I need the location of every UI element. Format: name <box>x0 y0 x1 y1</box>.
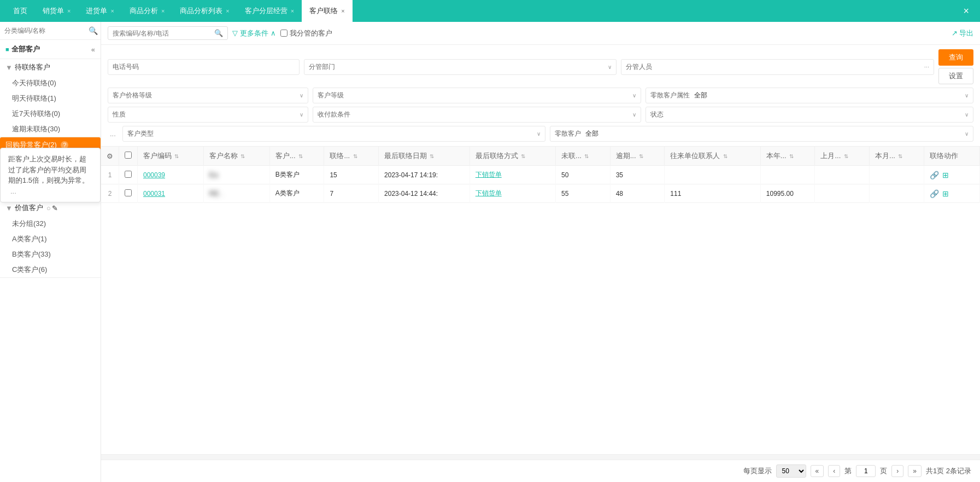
sidebar-item-unclassified[interactable]: 未分组(32) <box>0 216 101 231</box>
filter-manager[interactable]: 分管人员 ··· <box>621 59 934 75</box>
sidebar-search-input[interactable] <box>4 27 86 34</box>
col-last-date[interactable]: 最后联络日期 ⇅ <box>379 147 470 166</box>
row-last-month-1 <box>815 166 870 184</box>
sidebar-item-a-class[interactable]: A类客户(1) <box>0 231 101 247</box>
nav-sales-close[interactable]: × <box>67 8 71 14</box>
ctype-down-icon: ∨ <box>537 131 541 137</box>
unc-sort-icon: ⇅ <box>584 153 589 159</box>
row-last-method-2[interactable]: 下销货单 <box>470 184 555 203</box>
sidebar-value-edit-icon[interactable]: ○ <box>46 204 51 212</box>
per-page-select[interactable]: 50 100 200 <box>776 464 806 478</box>
filter-gender[interactable]: 性质 ∨ <box>108 107 308 123</box>
filter-retail-attr[interactable]: 零散客户属性 全部 ∨ <box>645 88 973 103</box>
last-page-btn[interactable]: » <box>908 465 922 477</box>
row-index-2: 2 <box>101 184 119 203</box>
row-category-1: B类客户 <box>269 166 324 184</box>
sidebar-collapse-icon[interactable]: « <box>91 45 95 54</box>
col-contacts[interactable]: 往来单位联系人 ⇅ <box>665 147 760 166</box>
filter-row-1: 电话号码 分管部门 ∨ 分管人员 ··· 查询 设置 <box>108 49 973 84</box>
more-conditions-btn[interactable]: ▽ 更多条件 ∧ <box>232 28 276 38</box>
contact-sort-icon: ⇅ <box>353 153 357 159</box>
action-btn-group: 查询 设置 <box>938 49 973 84</box>
filter-payment[interactable]: 收付款条件 ∨ <box>313 107 641 123</box>
payment-down-icon: ∨ <box>632 112 636 118</box>
nav-purchase-close[interactable]: × <box>110 8 114 14</box>
manager-more-icon[interactable]: ··· <box>924 63 929 70</box>
filter-retail-customer[interactable]: 零散客户 全部 ∨ <box>550 126 973 142</box>
sidebar-item-today[interactable]: 今天待联络(0) <box>0 76 101 91</box>
row-last-method-1[interactable]: 下销货单 <box>470 166 555 184</box>
col-last-method[interactable]: 最后联络方式 ⇅ <box>470 147 555 166</box>
row-name-2: RE . <box>203 184 269 203</box>
sidebar-pending-title[interactable]: ▼ 待联络客户 <box>0 59 101 76</box>
export-icon: ↗ <box>952 29 958 37</box>
nav-home[interactable]: 首页 <box>5 0 35 22</box>
filter-customer-level[interactable]: 客户等级 ∨ <box>313 88 641 103</box>
filter-department[interactable]: 分管部门 ∨ <box>304 59 617 75</box>
col-last-month[interactable]: 上月... ⇅ <box>815 147 870 166</box>
row-last-month-2 <box>815 184 870 203</box>
action-link-icon-2[interactable]: 🔗 <box>930 189 939 198</box>
col-category[interactable]: 客户... ⇅ <box>269 147 324 166</box>
next-page-btn[interactable]: › <box>891 465 903 477</box>
sidebar-item-overdue[interactable]: 逾期未联络(30) <box>0 121 101 137</box>
sidebar-item-7days[interactable]: 近7天待联络(0) <box>0 106 101 121</box>
table-row: 2 000031 RE . A类客户 7 2023-04-12 14:44: 下… <box>101 184 980 203</box>
query-btn[interactable]: 查询 <box>938 49 973 66</box>
row-code-2[interactable]: 000031 <box>138 184 204 203</box>
nav-sales[interactable]: 销货单 × <box>35 0 78 22</box>
date-sort-icon: ⇅ <box>430 153 434 159</box>
sidebar-value-edit2-icon[interactable]: ✎ <box>52 204 58 212</box>
col-name[interactable]: 客户名称 ⇅ <box>203 147 269 166</box>
action-grid-icon-1[interactable]: ⊞ <box>942 171 949 179</box>
row-checkbox-2[interactable] <box>125 189 132 196</box>
col-this-month[interactable]: 本月... ⇅ <box>870 147 924 166</box>
sidebar-search-container: 🔍 <box>0 22 101 40</box>
settings-btn[interactable]: 设置 <box>938 68 973 84</box>
nav-customer-contact[interactable]: 客户联络 × <box>302 0 352 22</box>
col-code[interactable]: 客户编码 ⇅ <box>138 147 204 166</box>
sidebar-item-b-class[interactable]: B类客户(33) <box>0 247 101 262</box>
filter-price-level[interactable]: 客户价格等级 ∨ <box>108 88 308 103</box>
nav-analysis-close[interactable]: × <box>161 8 165 14</box>
nav-customer-contact-close[interactable]: × <box>341 8 344 14</box>
nav-customer-tier-close[interactable]: × <box>291 8 294 14</box>
row-code-1[interactable]: 000039 <box>138 166 204 184</box>
col-this-year[interactable]: 本年... ⇅ <box>760 147 815 166</box>
nav-analysis[interactable]: 商品分析 × <box>122 0 172 22</box>
filter-area: 电话号码 分管部门 ∨ 分管人员 ··· 查询 设置 <box>101 45 980 147</box>
more-btn[interactable]: ... <box>108 130 118 138</box>
horizontal-scrollbar[interactable] <box>101 454 980 460</box>
row-checkbox-1[interactable] <box>125 171 132 178</box>
sidebar-item-tomorrow[interactable]: 明天待联络(1) <box>0 91 101 106</box>
search-icon[interactable]: 🔍 <box>214 29 223 37</box>
sidebar-all-customers[interactable]: ■ 全部客户 « <box>0 40 101 59</box>
nav-analysis-list-close[interactable]: × <box>226 8 229 14</box>
filter-status[interactable]: 状态 ∨ <box>645 107 973 123</box>
my-customers-checkbox[interactable]: 我分管的客户 <box>280 28 332 38</box>
col-contact-count[interactable]: 联络... ⇅ <box>324 147 379 166</box>
row-this-month-1 <box>870 166 924 184</box>
search-input[interactable] <box>113 30 212 37</box>
action-link-icon-1[interactable]: 🔗 <box>930 171 939 179</box>
col-overdue[interactable]: 逾期... ⇅ <box>610 147 665 166</box>
page-input[interactable] <box>856 465 876 477</box>
nav-purchase[interactable]: 进货单 × <box>78 0 121 22</box>
cat-sort-icon: ⇅ <box>298 153 303 159</box>
filter-phone[interactable]: 电话号码 <box>108 59 300 75</box>
sidebar-search-icon[interactable]: 🔍 <box>89 26 98 35</box>
select-all-checkbox[interactable] <box>125 152 132 159</box>
filter-customer-type[interactable]: 客户类型 ∨ <box>122 126 546 142</box>
my-customers-check[interactable] <box>280 30 287 37</box>
nav-customer-tier[interactable]: 客户分层经营 × <box>237 0 302 22</box>
sidebar-item-c-class[interactable]: C类客户(6) <box>0 262 101 277</box>
export-btn[interactable]: ↗ 导出 <box>952 28 973 38</box>
action-grid-icon-2[interactable]: ⊞ <box>942 189 949 198</box>
first-page-btn[interactable]: « <box>811 465 824 477</box>
prev-page-btn[interactable]: ‹ <box>828 465 840 477</box>
nav-analysis-list[interactable]: 商品分析列表 × <box>172 0 237 22</box>
window-close-icon[interactable]: × <box>963 5 969 17</box>
row-this-year-2: 10995.00 <box>760 184 815 203</box>
col-uncontacted[interactable]: 未联... ⇅ <box>556 147 611 166</box>
settings-icon[interactable]: ⚙ <box>107 152 113 160</box>
